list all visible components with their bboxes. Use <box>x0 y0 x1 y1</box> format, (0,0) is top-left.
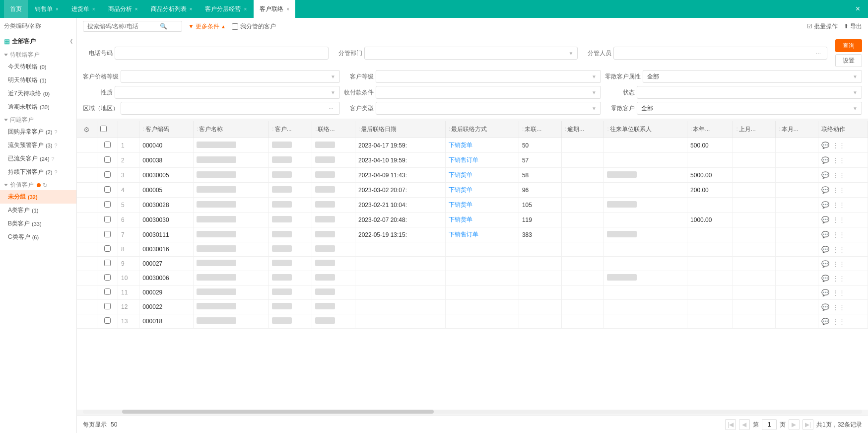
col-last-method[interactable]: :最后联络方式 <box>445 121 519 138</box>
tab-purchase[interactable]: 进货单 × <box>66 0 101 18</box>
sidebar-item-typeA[interactable]: A类客户 (1) <box>0 204 76 217</box>
region-select[interactable]: ··· <box>121 102 340 115</box>
col-last-month[interactable]: :上月... <box>733 121 776 138</box>
filter-search-icon[interactable]: 🔍 <box>160 23 167 30</box>
contact-icon[interactable]: 💬 <box>821 260 829 268</box>
refresh-icon[interactable]: ↻ <box>43 182 48 189</box>
horizontal-scrollbar[interactable] <box>83 410 862 414</box>
more-conditions-btn[interactable]: ▼ 更多条件 ▲ <box>188 22 226 31</box>
select-all-checkbox[interactable] <box>100 126 107 132</box>
status-select[interactable]: ▼ <box>637 86 862 99</box>
row-checkbox[interactable] <box>104 289 111 295</box>
col-no-contact[interactable]: :未联... <box>519 121 561 138</box>
row-checkbox[interactable] <box>104 142 111 148</box>
dept-select[interactable]: ▼ <box>364 47 578 60</box>
page-number-input[interactable] <box>762 419 777 430</box>
more-icon[interactable]: ⋮⋮ <box>832 186 845 194</box>
contact-icon[interactable]: 💬 <box>821 289 829 296</box>
row-checkbox[interactable] <box>104 171 111 178</box>
col-name[interactable]: :客户名称 <box>194 121 269 138</box>
contact-icon[interactable]: 💬 <box>821 275 829 282</box>
last-method-link[interactable]: 下销售订单 <box>449 231 478 238</box>
row-checkbox[interactable] <box>104 245 111 252</box>
query-button[interactable]: 查询 <box>835 39 862 52</box>
retail-customer-select[interactable]: 全部 ▼ <box>637 102 862 115</box>
contact-icon[interactable]: 💬 <box>821 246 829 253</box>
col-unit-contact[interactable]: :往来单位联系人 <box>604 121 687 138</box>
last-method-link[interactable]: 下销货单 <box>449 201 472 208</box>
customer-level-select[interactable]: ▼ <box>376 70 601 83</box>
contact-icon[interactable]: 💬 <box>821 216 829 223</box>
contact-icon[interactable]: 💬 <box>821 318 829 325</box>
row-checkbox[interactable] <box>104 186 111 193</box>
settings-gear-icon[interactable]: ⚙ <box>83 126 90 134</box>
more-icon[interactable]: ⋮⋮ <box>832 246 845 253</box>
more-icon[interactable]: ⋮⋮ <box>832 275 845 282</box>
last-method-link[interactable]: 下销货单 <box>449 171 472 178</box>
more-icon[interactable]: ⋮⋮ <box>832 231 845 238</box>
tab-customer-segment[interactable]: 客户分层经营 × <box>199 0 253 18</box>
tab-product-list-close[interactable]: × <box>190 6 193 12</box>
contact-icon[interactable]: 💬 <box>821 186 829 194</box>
more-icon[interactable]: ⋮⋮ <box>832 303 845 311</box>
contact-icon[interactable]: 💬 <box>821 231 829 238</box>
tab-product-analysis-close[interactable]: × <box>135 6 138 12</box>
tab-product-analysis-list[interactable]: 商品分析列表 × <box>145 0 199 18</box>
row-checkbox[interactable] <box>104 231 111 237</box>
last-method-link[interactable]: 下销货单 <box>449 186 472 193</box>
my-customers-checkbox[interactable]: 我分管的客户 <box>232 22 276 31</box>
col-settings[interactable]: ⚙ <box>77 121 97 138</box>
col-last-date[interactable]: :最后联络日期 <box>355 121 445 138</box>
sidebar-item-overdue[interactable]: 逾期未联络 (30) <box>0 100 76 114</box>
close-all-btn[interactable]: × <box>852 4 864 13</box>
reset-button[interactable]: 设置 <box>835 54 862 67</box>
more-icon[interactable]: ⋮⋮ <box>832 260 845 268</box>
manager-dots[interactable]: ··· <box>814 50 823 57</box>
prev-page-btn[interactable]: ◀ <box>739 419 750 430</box>
row-checkbox[interactable] <box>104 303 111 309</box>
row-checkbox[interactable] <box>104 156 111 163</box>
sidebar-collapse-btn[interactable]: 《 <box>67 38 72 45</box>
scrollbar-thumb[interactable] <box>122 410 434 414</box>
gender-select[interactable]: ▼ <box>115 86 340 99</box>
tab-purchase-close[interactable]: × <box>92 6 95 12</box>
col-this-year[interactable]: :本年... <box>687 121 733 138</box>
sidebar-item-churn-warning[interactable]: 流失预警客户 (3) ? <box>0 139 76 152</box>
sidebar-search-input[interactable] <box>4 22 77 29</box>
more-icon[interactable]: ⋮⋮ <box>832 201 845 209</box>
all-customers-header[interactable]: ⊞ 全部客户 《 <box>0 34 76 49</box>
tab-contact-close[interactable]: × <box>286 6 289 12</box>
row-checkbox[interactable] <box>104 317 111 324</box>
last-page-btn[interactable]: ▶| <box>802 419 813 430</box>
filter-search-input[interactable] <box>87 23 157 30</box>
tab-customer-contact[interactable]: 客户联络 × <box>254 0 295 18</box>
contact-icon[interactable]: 💬 <box>821 142 829 149</box>
first-page-btn[interactable]: |◀ <box>725 419 736 430</box>
phone-input[interactable] <box>115 47 329 60</box>
tab-sales[interactable]: 销售单 × <box>29 0 65 18</box>
my-customers-check[interactable] <box>232 23 238 30</box>
price-level-select[interactable]: ▼ <box>121 70 340 83</box>
last-method-link[interactable]: 下销货单 <box>449 216 472 223</box>
manager-select[interactable]: ··· <box>613 47 827 60</box>
col-overdue[interactable]: :逾期... <box>561 121 604 138</box>
more-icon[interactable]: ⋮⋮ <box>832 289 845 296</box>
tab-segment-close[interactable]: × <box>244 6 247 12</box>
sidebar-item-ungroup[interactable]: 未分组 (32) <box>0 190 76 204</box>
col-type[interactable]: :客户... <box>269 121 312 138</box>
sidebar-item-7days[interactable]: 近7天待联络 (0) <box>0 87 76 100</box>
sidebar-item-abnormal[interactable]: 回购异常客户 (2) ? <box>0 125 76 139</box>
export-btn[interactable]: ⬆ 导出 <box>844 22 862 31</box>
more-icon[interactable]: ⋮⋮ <box>832 142 845 149</box>
sidebar-item-lost[interactable]: 已流失客户 (24) ? <box>0 152 76 165</box>
tab-home[interactable]: 首页 <box>4 0 28 18</box>
contact-icon[interactable]: 💬 <box>821 171 829 179</box>
region-dots[interactable]: ··· <box>327 105 335 112</box>
sidebar-item-declining[interactable]: 持续下滑客户 (2) ? <box>0 165 76 179</box>
more-icon[interactable]: ⋮⋮ <box>832 171 845 179</box>
more-icon[interactable]: ⋮⋮ <box>832 156 845 164</box>
contact-icon[interactable]: 💬 <box>821 303 829 311</box>
sidebar-item-tomorrow[interactable]: 明天待联络 (1) <box>0 73 76 87</box>
next-page-btn[interactable]: ▶ <box>789 419 800 430</box>
batch-op-btn[interactable]: ☑ 批量操作 <box>807 22 838 31</box>
